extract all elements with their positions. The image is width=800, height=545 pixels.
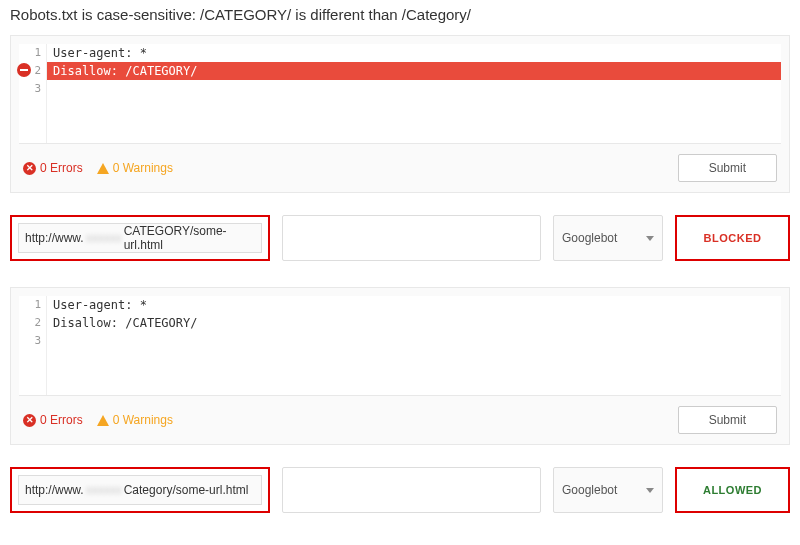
code-line: User-agent: *	[47, 296, 781, 314]
url-input-highlight: http://www. xxxxxx CATEGORY/some-url.htm…	[10, 215, 270, 261]
path-input[interactable]	[282, 215, 541, 261]
page-title: Robots.txt is case-sensitive: /CATEGORY/…	[10, 6, 790, 23]
line-number: 1	[19, 44, 46, 62]
url-input[interactable]: http://www. xxxxxx CATEGORY/some-url.htm…	[18, 223, 262, 253]
code-line: User-agent: *	[47, 44, 781, 62]
result-box-allowed: ALLOWED	[675, 467, 790, 513]
result-box-blocked: BLOCKED	[675, 215, 790, 261]
code-line	[47, 332, 781, 350]
code-editor-2[interactable]: 1 2 3 User-agent: * Disallow: /CATEGORY/	[19, 296, 781, 396]
code-editor-1[interactable]: 1 2 3 User-agent: * Disallow: /CATEGORY/	[19, 44, 781, 144]
errors-text: 0 Errors	[40, 413, 83, 427]
code-line	[47, 80, 781, 98]
error-badge-icon: ✕	[23, 162, 36, 175]
warnings-count: 0 Warnings	[97, 413, 173, 427]
line-gutter: 1 2 3	[19, 296, 47, 395]
url-prefix: http://www.	[25, 483, 84, 497]
test-row-2: http://www. xxxxxx Category/some-url.htm…	[10, 459, 790, 521]
errors-text: 0 Errors	[40, 161, 83, 175]
bot-label: Googlebot	[562, 483, 617, 497]
line-number: 2	[19, 314, 46, 332]
submit-button[interactable]: Submit	[678, 406, 777, 434]
chevron-down-icon	[646, 488, 654, 493]
bot-select[interactable]: Googlebot	[553, 215, 663, 261]
bot-label: Googlebot	[562, 231, 617, 245]
robots-tester-panel-1: 1 2 3 User-agent: * Disallow: /CATEGORY/…	[10, 35, 790, 193]
warning-badge-icon	[97, 415, 109, 426]
url-suffix: Category/some-url.html	[124, 483, 249, 497]
warning-badge-icon	[97, 163, 109, 174]
warnings-text: 0 Warnings	[113, 161, 173, 175]
code-line-highlighted: Disallow: /CATEGORY/	[47, 62, 781, 80]
errors-count: ✕ 0 Errors	[23, 413, 83, 427]
url-input[interactable]: http://www. xxxxxx Category/some-url.htm…	[18, 475, 262, 505]
error-icon	[17, 63, 31, 77]
warnings-text: 0 Warnings	[113, 413, 173, 427]
errors-count: ✕ 0 Errors	[23, 161, 83, 175]
path-input[interactable]	[282, 467, 541, 513]
line-number: 1	[19, 296, 46, 314]
status-bar: ✕ 0 Errors 0 Warnings Submit	[11, 144, 789, 192]
chevron-down-icon	[646, 236, 654, 241]
url-suffix: CATEGORY/some-url.html	[124, 224, 255, 252]
error-badge-icon: ✕	[23, 414, 36, 427]
line-number: 2	[19, 62, 46, 80]
code-content[interactable]: User-agent: * Disallow: /CATEGORY/	[47, 44, 781, 143]
url-input-highlight: http://www. xxxxxx Category/some-url.htm…	[10, 467, 270, 513]
robots-tester-panel-2: 1 2 3 User-agent: * Disallow: /CATEGORY/…	[10, 287, 790, 445]
code-line: Disallow: /CATEGORY/	[47, 314, 781, 332]
line-number: 3	[19, 332, 46, 350]
submit-button[interactable]: Submit	[678, 154, 777, 182]
url-domain-blurred: xxxxxx	[84, 483, 124, 497]
code-content[interactable]: User-agent: * Disallow: /CATEGORY/	[47, 296, 781, 395]
status-bar: ✕ 0 Errors 0 Warnings Submit	[11, 396, 789, 444]
warnings-count: 0 Warnings	[97, 161, 173, 175]
test-row-1: http://www. xxxxxx CATEGORY/some-url.htm…	[10, 207, 790, 269]
line-gutter: 1 2 3	[19, 44, 47, 143]
url-domain-blurred: xxxxxx	[84, 231, 124, 245]
url-prefix: http://www.	[25, 231, 84, 245]
line-number: 3	[19, 80, 46, 98]
bot-select[interactable]: Googlebot	[553, 467, 663, 513]
